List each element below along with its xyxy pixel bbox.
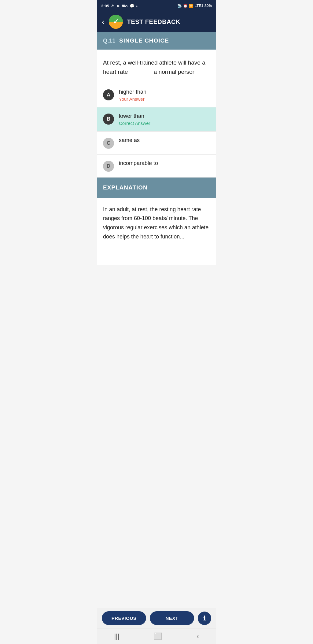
option-a-badge: A (103, 89, 114, 100)
warning-icon: ⚠ (111, 4, 115, 8)
previous-button[interactable]: PREVIOUS (102, 611, 146, 625)
option-a[interactable]: A higher than Your Answer (97, 83, 216, 107)
option-a-text: higher than (119, 89, 210, 95)
back-nav-icon[interactable]: ‹ (197, 632, 199, 640)
wifi-icon: 🛜 (189, 4, 193, 8)
header: ‹ ✓ TEST FEEDBACK (97, 12, 216, 32)
android-nav-bar: ||| ⬜ ‹ (97, 628, 216, 644)
option-d-badge: D (103, 161, 114, 172)
option-a-content: higher than Your Answer (119, 89, 210, 102)
explanation-header: EXPLANATION (97, 178, 216, 198)
option-b-badge: B (103, 114, 114, 125)
options-container: A higher than Your Answer B lower than C… (97, 83, 216, 178)
option-d-content: incomparable to (119, 160, 210, 168)
correct-answer-label: Correct Answer (119, 121, 210, 126)
explanation-title: EXPLANATION (103, 184, 210, 191)
option-d[interactable]: D incomparable to (97, 155, 216, 178)
signal-label: LTE1 (195, 4, 203, 8)
app-logo: ✓ (109, 15, 123, 29)
option-b-content: lower than Correct Answer (119, 113, 210, 126)
home-nav-icon[interactable]: ⬜ (154, 632, 162, 640)
option-b[interactable]: B lower than Correct Answer (97, 107, 216, 132)
info-button[interactable]: ℹ (198, 612, 211, 625)
cast-icon: 📡 (177, 4, 182, 8)
app-name: filo (122, 4, 128, 8)
logo-check-icon: ✓ (113, 18, 119, 26)
next-button[interactable]: NEXT (150, 611, 194, 625)
navigation-icon: ➤ (116, 4, 120, 8)
time: 2:05 (101, 4, 109, 8)
question-header: Q.11 SINGLE CHOICE (97, 32, 216, 50)
status-left: 2:05 ⚠ ➤ filo 💬 • (101, 4, 138, 8)
status-right: 📡 ⏰ 🛜 LTE1 80% (177, 4, 212, 8)
menu-nav-icon[interactable]: ||| (114, 632, 119, 640)
option-c[interactable]: C same as (97, 132, 216, 155)
battery: 80% (204, 4, 212, 8)
option-d-text: incomparable to (119, 160, 210, 167)
page-title: TEST FEEDBACK (127, 18, 180, 25)
bottom-buttons: PREVIOUS NEXT ℹ (97, 608, 216, 628)
question-number: Q.11 (103, 38, 116, 44)
question-content: At rest, a well-trained athlete will hav… (97, 50, 216, 83)
alarm-icon: ⏰ (183, 4, 188, 8)
status-bar: 2:05 ⚠ ➤ filo 💬 • 📡 ⏰ 🛜 LTE1 80% (97, 0, 216, 12)
your-answer-label: Your Answer (119, 96, 210, 102)
option-c-content: same as (119, 137, 210, 145)
question-text: At rest, a well-trained athlete will hav… (103, 58, 210, 77)
explanation-content: In an adult, at rest, the resting heart … (97, 198, 216, 265)
info-icon: ℹ (203, 615, 206, 622)
dot-indicator: • (136, 4, 138, 8)
back-button[interactable]: ‹ (102, 18, 105, 26)
option-b-text: lower than (119, 113, 210, 119)
question-type: SINGLE CHOICE (119, 37, 169, 44)
chat-icon: 💬 (130, 4, 134, 8)
explanation-text: In an adult, at rest, the resting heart … (103, 205, 210, 242)
option-c-text: same as (119, 137, 210, 144)
option-c-badge: C (103, 138, 114, 149)
